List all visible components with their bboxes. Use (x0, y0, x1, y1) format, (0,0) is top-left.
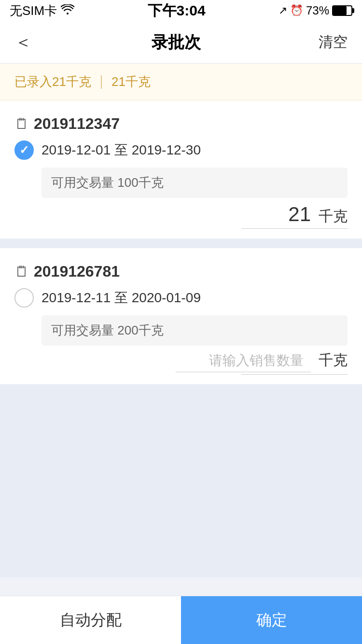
nav-bar: ＜ 录批次 清空 (0, 21, 362, 64)
auto-distribute-button[interactable]: 自动分配 (0, 596, 181, 644)
carrier-text: 无SIM卡 (10, 2, 57, 19)
battery-icon (332, 5, 352, 16)
clear-button[interactable]: 清空 (309, 32, 348, 52)
batch-2-radio[interactable] (14, 288, 34, 308)
batch-1-available: 可用交易量 100千克 (42, 168, 348, 198)
section-divider-1 (0, 238, 362, 248)
batch-2-input-container: 千克 (0, 346, 362, 384)
alarm-icon: ⏰ (290, 4, 303, 17)
info-divider (101, 75, 102, 89)
batch-2-date-row: 2019-12-11 至 2020-01-09 (14, 288, 348, 308)
batch-2-unit: 千克 (319, 350, 348, 370)
page-title: 录批次 (152, 31, 201, 54)
recorded-amount: 已录入21千克 (14, 73, 91, 90)
batch-2-icon: 🗒 (14, 264, 29, 280)
batch-1-amount-value: 21 (272, 203, 311, 226)
batch-1-icon: 🗒 (14, 116, 29, 132)
batch-1-amount-container: 21 千克 (0, 198, 362, 238)
location-icon: ↗ (278, 4, 287, 17)
battery-percent: 73% (306, 4, 329, 17)
wifi-icon (61, 3, 74, 18)
status-left: 无SIM卡 (10, 2, 74, 19)
batch-1-date-row: 2019-12-01 至 2019-12-30 (14, 140, 348, 160)
status-time: 下午3:04 (148, 1, 206, 21)
batch-1-number: 2019112347 (34, 115, 120, 133)
batch-2-available: 可用交易量 200千克 (42, 315, 348, 346)
batch-item-2: 🗒 2019126781 2019-12-11 至 2020-01-09 可用交… (0, 248, 362, 346)
confirm-button[interactable]: 确定 (181, 596, 362, 644)
batch-item-1: 🗒 2019112347 2019-12-01 至 2019-12-30 可用交… (0, 100, 362, 198)
batch-2-date: 2019-12-11 至 2020-01-09 (42, 289, 201, 307)
batch-2-underline (241, 374, 348, 375)
info-bar: 已录入21千克 21千克 (0, 64, 362, 100)
bottom-bar: 自动分配 确定 (0, 596, 362, 644)
batch-1-underline (241, 228, 348, 229)
batch-1-amount-wrap: 21 千克 (272, 203, 348, 226)
content-area (0, 384, 362, 577)
status-bar: 无SIM卡 下午3:04 ↗ ⏰ 73% (0, 0, 362, 21)
batch-2-number: 2019126781 (34, 263, 120, 280)
batch-1-radio[interactable] (14, 140, 34, 160)
batch-2-header: 🗒 2019126781 (14, 263, 348, 280)
batch-1-unit: 千克 (319, 207, 348, 226)
batch-1-header: 🗒 2019112347 (14, 115, 348, 133)
batch-2-input-wrap: 千克 (176, 350, 348, 372)
status-right: ↗ ⏰ 73% (278, 4, 352, 17)
total-amount: 21千克 (111, 73, 151, 90)
batch-1-date: 2019-12-01 至 2019-12-30 (42, 141, 201, 159)
back-button[interactable]: ＜ (14, 30, 43, 54)
batch-2-quantity-input[interactable] (176, 351, 311, 372)
